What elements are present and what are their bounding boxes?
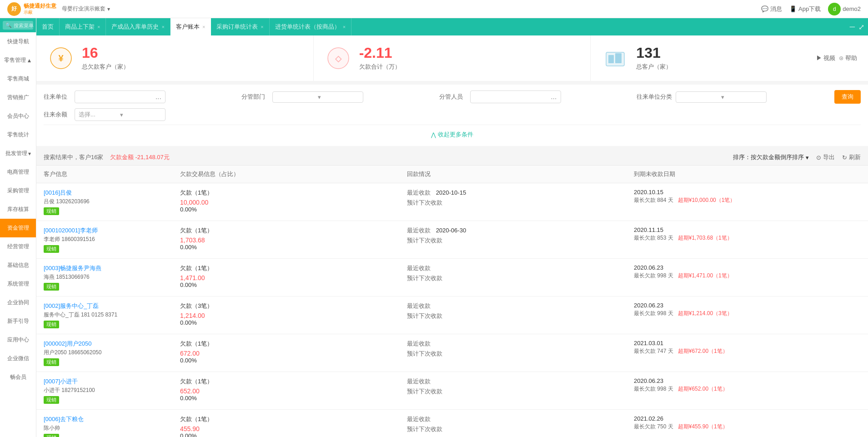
user-menu[interactable]: d demo2 [828, 3, 861, 15]
recovery-label-3: 最近收款 [407, 302, 431, 309]
sidebar-item-finance[interactable]: 资金管理 [0, 219, 36, 237]
svg-rect-6 [615, 53, 622, 63]
customer-name-1[interactable]: [0001020001]李老师 [44, 227, 98, 234]
overdue-info-5: 2020.06.23 最长欠款 998 天 超期¥652.00（1笔） [634, 377, 861, 393]
recovery-date-1: 2020-06-30 [436, 227, 467, 234]
customer-name-0[interactable]: [0016]吕俊 [44, 189, 72, 196]
overdue-link-1[interactable]: 超期¥1,703.68（1笔） [678, 235, 733, 241]
sidebar-item-ecommerce[interactable]: 电商管理 [0, 163, 36, 181]
stat-label-debt-customers: 总欠款客户（家） [82, 63, 302, 71]
debt-count-2: 欠款（1笔） [180, 264, 407, 272]
tab-finished-goods-close[interactable]: × [161, 24, 164, 30]
avatar: d [828, 3, 841, 15]
debt-amount-5[interactable]: 652.00 [180, 387, 407, 395]
tab-product-listing-close[interactable]: × [97, 24, 100, 30]
recovery-label-0: 最近收款 [407, 189, 431, 196]
refresh-button[interactable]: ↻ 刷新 [842, 153, 861, 161]
filter-dept-select[interactable]: ▾ [272, 91, 363, 103]
tab-home[interactable]: 首页 [36, 18, 60, 35]
tab-maximize-button[interactable]: ⤢ [858, 23, 864, 31]
message-button[interactable]: 💬 消息 [761, 5, 782, 13]
store-selector[interactable]: 母婴行业演示账套 ▾ [62, 5, 110, 13]
overdue-link-6[interactable]: 超期¥455.90（1笔） [678, 423, 728, 430]
customer-name-2[interactable]: [0003]畅捷服务尹海燕 [44, 265, 101, 271]
app-wrapper: 好 畅捷通好生意 示蔽 母婴行业演示账套 ▾ 💬 消息 📱 App下载 d [0, 0, 868, 437]
svg-rect-5 [608, 55, 614, 63]
customer-info-4: [000002]用户2050 用户2050 18665062050 现销 [44, 340, 180, 366]
overdue-link-4[interactable]: 超期¥672.00（1笔） [678, 348, 728, 354]
debt-ratio-4: 0.00% [180, 357, 407, 364]
debt-amount-2[interactable]: 1,471.00 [180, 274, 407, 281]
sidebar-item-purchase[interactable]: 采购管理 [0, 181, 36, 200]
filter-person-input[interactable]: ... [470, 90, 561, 103]
tab-inbound-stats-close[interactable]: × [343, 24, 346, 30]
sidebar-item-system[interactable]: 系统管理 [0, 275, 36, 293]
results-text: 搜索结果中，客户16家 欠款金额 -21,148.07元 [44, 154, 170, 161]
sidebar-item-vip[interactable]: 畅会员 [0, 368, 36, 387]
sidebar-item-newbie[interactable]: 新手引导 [0, 312, 36, 331]
stat-info-amount: -2.11 欠款合计（万） [359, 45, 580, 71]
sidebar-item-inventory[interactable]: 库存核算 [0, 200, 36, 219]
sidebar-item-quick-nav[interactable]: 快捷导航 [0, 32, 36, 51]
debt-amount-3[interactable]: 1,214.00 [180, 312, 407, 319]
customer-badge-2: 现销 [44, 283, 59, 291]
debt-amount-4[interactable]: 672.00 [180, 350, 407, 357]
customer-name-3[interactable]: [0002]服务中心_丁磊 [44, 302, 99, 309]
recovery-info-5: 最近收款 预计下次收款 [407, 377, 634, 396]
sidebar-item-app-center[interactable]: 应用中心 [0, 331, 36, 349]
sidebar-item-enterprise[interactable]: 企业协同 [0, 293, 36, 312]
tab-purchase-stats-close[interactable]: × [261, 24, 263, 30]
results-actions: 排序：按欠款金额倒序排序 ▾ ⊙ 导出 ↻ 刷新 [733, 153, 861, 161]
tab-finished-goods[interactable]: 产成品入库单历史 × [106, 18, 170, 35]
debt-amount-6[interactable]: 455.90 [180, 425, 407, 432]
tab-bar-actions: ─ ⤢ [846, 23, 868, 31]
debt-count-3: 欠款（3笔） [180, 302, 407, 310]
search-button[interactable]: 查询 [834, 90, 861, 104]
filter-category-select[interactable]: ▾ [676, 91, 767, 103]
sidebar-item-wecom[interactable]: 企业微信 [0, 349, 36, 368]
debt-count-6: 欠款（1笔） [180, 415, 407, 423]
customer-name-4[interactable]: [000002]用户2050 [44, 340, 92, 347]
debt-count-5: 欠款（1笔） [180, 377, 407, 386]
debt-amount-0[interactable]: 10,000.00 [180, 199, 407, 206]
overdue-max-6: 最长欠款 750 天 超期¥455.90（1笔） [634, 423, 861, 431]
sort-selector[interactable]: 排序：按欠款金额倒序排序 ▾ [733, 153, 809, 161]
sidebar-item-wholesale-mgmt[interactable]: 批发管理 ▾ [0, 144, 36, 163]
overdue-max-4: 最长欠款 747 天 超期¥672.00（1笔） [634, 347, 861, 355]
debt-count-4: 欠款（1笔） [180, 340, 407, 348]
search-input[interactable] [14, 23, 36, 28]
customer-contact-2: 海燕 18513066976 [44, 273, 180, 281]
tab-minimize-button[interactable]: ─ [850, 23, 855, 31]
sidebar-item-member[interactable]: 会员中心 [0, 107, 36, 126]
tab-customer-ledger[interactable]: 客户账本 × [171, 18, 211, 35]
filter-party-input[interactable]: ... [75, 90, 166, 103]
help-link[interactable]: ⊙ 帮助 [839, 54, 857, 62]
sidebar-item-operations[interactable]: 经营管理 [0, 237, 36, 256]
tab-customer-ledger-close[interactable]: × [202, 24, 205, 30]
debt-info-1: 欠款（1笔） 1,703.68 0.00% [180, 226, 407, 251]
overdue-link-5[interactable]: 超期¥652.00（1笔） [678, 386, 728, 392]
sidebar-item-marketing[interactable]: 营销推广 [0, 88, 36, 107]
sidebar-item-retail-mgmt[interactable]: 零售管理 ▲ [0, 51, 36, 70]
sidebar-item-retail-mall[interactable]: 零售商城 [0, 70, 36, 88]
customer-name-5[interactable]: [0007]小进干 [44, 378, 78, 385]
customer-name-6[interactable]: [0006]去下粮仓 [44, 416, 84, 422]
store-selector-arrow: ▾ [107, 6, 110, 12]
sidebar-item-retail-stats[interactable]: 零售统计 [0, 126, 36, 144]
overdue-info-4: 2021.03.01 最长欠款 747 天 超期¥672.00（1笔） [634, 340, 861, 355]
overdue-link-3[interactable]: 超期¥1,214.00（3笔） [678, 310, 733, 316]
overdue-link-0[interactable]: 超期¥10,000.00（1笔） [678, 197, 736, 203]
debt-amount-1[interactable]: 1,703.68 [180, 236, 407, 244]
video-link[interactable]: ▶ 视频 [816, 54, 836, 62]
filter-section: 往来单位 ... 分管部门 ▾ [36, 85, 868, 146]
tab-product-listing[interactable]: 商品上下架 × [60, 18, 106, 35]
app-download-button[interactable]: 📱 App下载 [789, 5, 821, 13]
debt-count-0: 欠款（1笔） [180, 189, 407, 197]
tab-purchase-stats[interactable]: 采购订单统计表 × [211, 18, 269, 35]
tab-inbound-stats[interactable]: 进货单统计表（按商品） × [270, 18, 351, 35]
overdue-link-2[interactable]: 超期¥1,471.00（1笔） [678, 272, 733, 279]
filter-balance-select[interactable]: 选择... ▾ [75, 108, 166, 121]
sidebar-item-basic-info[interactable]: 基础信息 [0, 256, 36, 275]
export-button[interactable]: ⊙ 导出 [816, 153, 835, 161]
collapse-button[interactable]: ⋀ 收起更多条件 [44, 129, 861, 141]
